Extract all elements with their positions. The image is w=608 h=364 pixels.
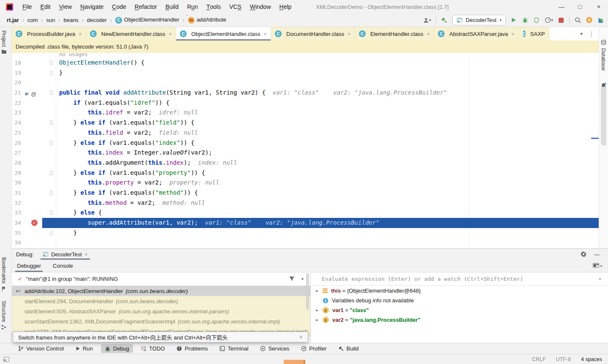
line-number[interactable]: 31	[12, 188, 21, 198]
menu-item-code[interactable]: Code	[108, 0, 130, 14]
stripe-button-project[interactable]: Project	[1, 30, 7, 54]
menu-item-help[interactable]: Help	[275, 0, 296, 14]
menu-item-edit[interactable]: Edit	[36, 0, 55, 14]
settings-gear-icon[interactable]	[581, 251, 586, 257]
fold-marker[interactable]	[50, 190, 53, 195]
evaluate-history-chevron-icon[interactable]: ▾	[599, 277, 601, 281]
stack-frame[interactable]: startElement:294, DocumentHandler(com.su…	[12, 296, 310, 306]
fold-marker[interactable]	[50, 60, 53, 65]
stack-frame[interactable]: ↩addAttribute:102, ObjectElementHandler(…	[12, 286, 310, 296]
breadcrumb-item-decoder[interactable]: decoder	[86, 16, 108, 24]
profiler-button[interactable]: ▾	[545, 16, 553, 25]
hide-tool-window-icon[interactable]: —	[594, 251, 600, 258]
tab-close-icon[interactable]: ×	[169, 31, 172, 37]
toolwindow-button-profiler[interactable]: Profiler	[297, 344, 330, 353]
breadcrumb-item-sun[interactable]: sun	[45, 16, 56, 24]
filter-funnel-icon[interactable]	[289, 276, 295, 282]
fold-marker[interactable]	[50, 210, 53, 215]
debug-tab-console[interactable]: Console	[53, 260, 73, 272]
code-line-35[interactable]: 35 }	[12, 228, 599, 238]
breadcrumb-item-rtjar[interactable]: rt.jar	[6, 16, 20, 24]
code-editor[interactable]: no usages18ObjectElementHandler() {19}20…	[12, 53, 599, 248]
variable-row[interactable]: ▸pvar1 = "class"	[311, 305, 608, 315]
toolwindow-button-services[interactable]: Services	[256, 344, 293, 353]
expand-chevron-icon[interactable]: ▸	[315, 288, 319, 293]
ide-plugin-icon[interactable]	[597, 16, 604, 25]
menu-item-navigate[interactable]: Navigate	[76, 0, 108, 14]
line-number[interactable]: 33	[12, 208, 21, 218]
run-with-coverage-button[interactable]	[533, 16, 540, 25]
update-available-icon[interactable]	[586, 16, 592, 25]
line-number[interactable]: 18	[12, 58, 21, 68]
code-line-28[interactable]: 28 this.addArgument(this.index); index: …	[12, 158, 599, 168]
stripe-button-bookmarks[interactable]: Bookmarks	[1, 257, 7, 291]
code-line-23[interactable]: 23 this.idref = var2; idref: null	[12, 108, 599, 118]
toolwindow-button-terminal[interactable]: Terminal	[216, 344, 252, 353]
frames-scrollbar-thumb[interactable]	[306, 273, 309, 310]
tab-close-icon[interactable]: ×	[263, 31, 267, 37]
menu-item-view[interactable]: View	[55, 0, 76, 14]
line-number[interactable]: 21	[12, 88, 21, 98]
code-line-31[interactable]: 31 } else if (var1.equals("method")) {	[12, 188, 599, 198]
status-widget-utf-8[interactable]: UTF-8	[556, 356, 571, 362]
breadcrumb-item-class[interactable]: CObjectElementHandler	[114, 16, 180, 24]
editor-tab-elementhandler-class[interactable]: CElementHandler.class×	[355, 27, 434, 41]
current-line-scroll-marker[interactable]	[591, 138, 599, 139]
tab-list-chevron-icon[interactable]: ▾	[580, 31, 583, 37]
status-widget-4-spaces[interactable]: 4 spaces	[581, 356, 602, 362]
code-with-me-user-icon[interactable]: ▾	[423, 16, 431, 25]
debug-session-tab[interactable]: DecoderTest ×	[41, 249, 90, 260]
line-number[interactable]: 22	[12, 98, 21, 108]
editor-tab-objectelementhandler-class[interactable]: CObjectElementHandler.class×	[176, 27, 271, 41]
code-line-25[interactable]: 25 this.field = var2; field: null	[12, 128, 599, 138]
line-number[interactable]: 34	[12, 218, 21, 228]
breadcrumb-item-com[interactable]: com	[27, 16, 39, 24]
minimize-button[interactable]: —	[552, 0, 571, 14]
tab-close-icon[interactable]: ×	[427, 31, 430, 37]
maximize-button[interactable]: □	[571, 0, 589, 14]
menu-item-build[interactable]: Build	[161, 0, 183, 14]
line-number[interactable]: 19	[12, 68, 21, 78]
line-number[interactable]: 35	[12, 228, 21, 238]
code-line-36[interactable]: 36	[12, 238, 599, 248]
line-number[interactable]: 25	[12, 128, 21, 138]
variable-row[interactable]: ▸pvar2 = "java.lang.ProcessBuilder"	[311, 315, 608, 325]
code-line-19[interactable]: 19}	[12, 68, 599, 78]
code-line-32[interactable]: 32 this.method = var2; method: null	[12, 198, 599, 208]
menu-item-refactor[interactable]: Refactor	[130, 0, 161, 14]
evaluate-expression-input[interactable]: Evaluate expression (Enter) or add a wat…	[311, 272, 608, 286]
breadcrumb-item-method[interactable]: maddAttribute	[187, 16, 227, 24]
code-line-24[interactable]: 24 } else if (var1.equals("field")) {	[12, 118, 599, 128]
menu-item-file[interactable]: File	[18, 0, 36, 14]
fold-marker[interactable]	[50, 120, 53, 125]
line-number[interactable]: 20	[12, 78, 21, 88]
tab-options-kebab-icon[interactable]: ⋮	[589, 30, 594, 37]
stack-frame[interactable]: scanStartElement:1362, XMLDocumentFragme…	[12, 316, 310, 326]
tooltip-close-icon[interactable]: ×	[299, 334, 303, 340]
toolwindow-button-version-control[interactable]: Version Control	[14, 344, 68, 353]
toolwindow-button-build[interactable]: Build	[334, 344, 362, 353]
debug-tab-debugger[interactable]: Debugger	[17, 260, 41, 272]
stop-button[interactable]	[558, 16, 565, 25]
line-number[interactable]: 23	[12, 108, 21, 118]
code-line-34[interactable]: 34✓ super.addAttribute(var1, var2); var1…	[12, 218, 599, 228]
search-everywhere-icon[interactable]	[574, 16, 581, 25]
fold-marker[interactable]	[50, 171, 53, 175]
build-hammer-icon[interactable]	[441, 16, 448, 25]
run-configuration-select[interactable]: DecoderTest ▾	[452, 15, 506, 25]
line-number[interactable]: 26	[12, 138, 21, 148]
variable-row[interactable]: Variables debug info not available	[311, 296, 608, 305]
close-button[interactable]: ×	[589, 0, 608, 14]
editor-tab-newelementhandler-class[interactable]: CNewElementHandler.class×	[86, 27, 176, 41]
code-line-33[interactable]: 33 } else {	[12, 208, 599, 218]
editor-tab-saxp[interactable]: CSAXP	[519, 27, 549, 41]
toolwindow-button-todo[interactable]: TODO	[137, 344, 168, 353]
editor-tab-processbuilder-java[interactable]: CProcessBuilder.java×	[12, 27, 86, 41]
code-line-22[interactable]: 22 if (var1.equals("idref")) {	[12, 98, 599, 108]
stack-frame[interactable]: startElement:509, AbstractSAXParser(com.…	[12, 306, 310, 316]
fold-marker[interactable]	[50, 141, 53, 145]
code-line-30[interactable]: 30 this.property = var2; property: null	[12, 178, 599, 188]
line-number[interactable]: 28	[12, 158, 21, 168]
expand-chevron-icon[interactable]: ▸	[315, 317, 319, 323]
code-line-29[interactable]: 29 } else if (var1.equals("property")) {	[12, 168, 599, 178]
